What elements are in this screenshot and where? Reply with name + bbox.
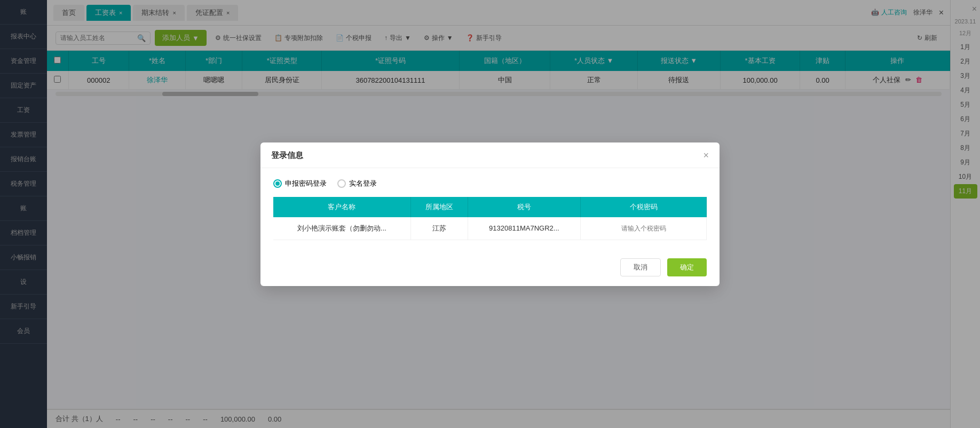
dialog-cell-tax-no: 91320811MA7NGR2...	[468, 217, 581, 240]
radio-realname-label: 实名登录	[349, 179, 377, 188]
login-dialog: 登录信息 × 申报密码登录 实名登录 客户名称	[260, 142, 720, 286]
dialog-close-button[interactable]: ×	[703, 150, 709, 161]
login-type-radio-group: 申报密码登录 实名登录	[273, 179, 707, 188]
login-table: 客户名称 所属地区 税号 个税密码 刘小艳演示账套（勿删勿动... 江苏 913…	[273, 197, 707, 240]
cancel-button[interactable]: 取消	[620, 258, 661, 276]
dialog-col-password: 个税密码	[581, 197, 707, 217]
confirm-button[interactable]: 确定	[667, 258, 707, 276]
radio-password-label: 申报密码登录	[285, 179, 327, 188]
radio-password-inner	[275, 181, 280, 186]
dialog-col-tax-no: 税号	[468, 197, 581, 217]
radio-password-login[interactable]: 申报密码登录	[273, 179, 327, 188]
dialog-cell-password[interactable]	[581, 217, 707, 240]
radio-password-circle	[273, 179, 282, 188]
dialog-title: 登录信息	[271, 150, 303, 161]
dialog-header: 登录信息 ×	[260, 142, 720, 168]
dialog-footer: 取消 确定	[260, 251, 720, 286]
dialog-body: 申报密码登录 实名登录 客户名称 所属地区 税号 个税密码	[260, 168, 720, 251]
dialog-table-row: 刘小艳演示账套（勿删勿动... 江苏 91320811MA7NGR2...	[273, 217, 707, 240]
dialog-cell-client: 刘小艳演示账套（勿删勿动...	[273, 217, 410, 240]
password-input[interactable]	[588, 225, 699, 232]
dialog-cell-region: 江苏	[410, 217, 468, 240]
radio-realname-login[interactable]: 实名登录	[337, 179, 377, 188]
dialog-col-client: 客户名称	[273, 197, 410, 217]
radio-realname-circle	[337, 179, 346, 188]
dialog-overlay: 登录信息 × 申报密码登录 实名登录 客户名称	[0, 0, 980, 428]
dialog-col-region: 所属地区	[410, 197, 468, 217]
